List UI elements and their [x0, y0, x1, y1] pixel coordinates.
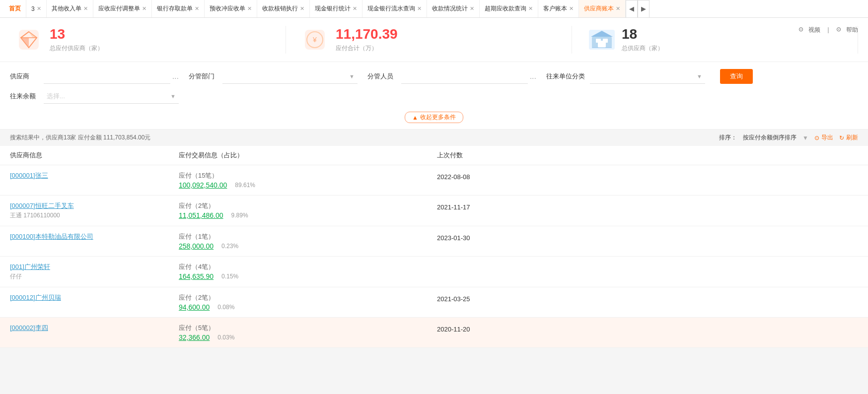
- tab3-close[interactable]: ✕: [142, 5, 146, 12]
- tab12-close[interactable]: ✕: [616, 5, 620, 12]
- trade-percent: 9.89%: [231, 212, 248, 219]
- supplier-sub: 仔仔: [10, 272, 179, 281]
- table-row: [000001]张三 应付（15笔） 100,092,540.00 89.61%…: [0, 165, 868, 196]
- refresh-icon: ↻: [839, 134, 844, 141]
- video-link[interactable]: 视频: [808, 26, 820, 34]
- tab6-close[interactable]: ✕: [300, 5, 304, 12]
- trade-amount[interactable]: 100,092,540.00: [179, 181, 227, 189]
- nav-tab-customer-ledger[interactable]: 客户账本 ✕: [538, 0, 579, 18]
- export-button[interactable]: ⊙ 导出: [814, 133, 833, 142]
- supplier-info-cell: [000002]李四: [10, 324, 179, 332]
- last-pay-date: 2023-01-30: [437, 232, 858, 242]
- balance-select[interactable]: 选择... ▼: [44, 89, 179, 104]
- trade-percent: 0.15%: [221, 273, 238, 280]
- tab2-close[interactable]: ✕: [83, 5, 88, 12]
- last-pay-date: 2021-11-17: [437, 201, 858, 211]
- tab1-close[interactable]: ✕: [37, 5, 41, 12]
- trade-label: 应付（15笔）: [179, 171, 437, 180]
- table-header: 供应商信息 应付交易信息（占比） 上次付数: [0, 146, 868, 165]
- help-link[interactable]: 帮助: [846, 26, 858, 34]
- nav-tab-collection[interactable]: 收款核销执行 ✕: [257, 0, 310, 18]
- nav-tab-1[interactable]: 3 ✕: [26, 0, 47, 18]
- tab9-close[interactable]: ✕: [470, 5, 474, 12]
- trade-amount[interactable]: 164,635.90: [179, 272, 214, 280]
- last-pay-date: [437, 263, 858, 264]
- dept-select[interactable]: ▼: [222, 69, 358, 84]
- filter-person: 分管人员 ...: [367, 69, 536, 84]
- supplier-link[interactable]: [000007]恒旺二手叉车: [10, 202, 74, 209]
- trade-label: 应付（5笔）: [179, 324, 437, 332]
- nav-tab-home[interactable]: 首页: [4, 0, 26, 18]
- last-pay-cell: [437, 263, 858, 264]
- card1-number: 13: [50, 27, 103, 42]
- nav-tab-prepay[interactable]: 预收冲应收单 ✕: [205, 0, 257, 18]
- refresh-label: 刷新: [846, 133, 858, 142]
- trade-amount[interactable]: 11,051,486.00: [179, 211, 223, 219]
- header-supplier: 供应商信息: [10, 151, 179, 160]
- trade-label: 应付（2笔）: [179, 293, 437, 302]
- tab8-close[interactable]: ✕: [417, 5, 422, 12]
- person-input[interactable]: [401, 69, 528, 84]
- supplier-dots[interactable]: ...: [172, 72, 179, 81]
- dept-label: 分管部门: [189, 72, 218, 81]
- trade-info-cell: 应付（2笔） 94,600.00 0.08%: [179, 293, 437, 311]
- supplier-link[interactable]: [001]广州荣轩: [10, 263, 50, 270]
- last-pay-date: 2020-11-20: [437, 324, 858, 333]
- tab7-close[interactable]: ✕: [353, 5, 357, 12]
- dept-arrow-icon: ▼: [349, 73, 355, 79]
- tab10-close[interactable]: ✕: [528, 5, 533, 12]
- collapse-button[interactable]: ▲ 收起更多条件: [405, 112, 463, 123]
- supplier-info-cell: [000012]广州贝瑞: [10, 293, 179, 302]
- sort-arrow-icon: ▼: [802, 134, 808, 141]
- tab1-label: 3: [31, 5, 35, 12]
- filter-row-1: 供应商 ... 分管部门 ▼ 分管人员 ... 往来单位分类 ▼ 查询: [10, 69, 858, 84]
- divider: ｜: [825, 26, 831, 34]
- trade-label: 应付（2笔）: [179, 201, 437, 210]
- nav-tab-adjust[interactable]: 应收应付调整单 ✕: [93, 0, 152, 18]
- sort-select[interactable]: 按应付余额倒序排序: [743, 133, 796, 142]
- supplier-info-cell: [000001]张三: [10, 171, 179, 180]
- summary-card-payable-suppliers: 13 总应付供应商（家）: [10, 26, 286, 54]
- tab5-close[interactable]: ✕: [247, 5, 252, 12]
- filter-row-2: 往来余额 选择... ▼: [10, 89, 858, 104]
- trade-amount[interactable]: 32,366.00: [179, 333, 210, 341]
- table-row: [000002]李四 应付（5笔） 32,366.00 0.03% 2020-1…: [0, 318, 868, 348]
- supplier-link[interactable]: [000002]李四: [10, 324, 48, 331]
- trade-amount[interactable]: 258,000.00: [179, 242, 214, 250]
- supplier-link[interactable]: [000001]张三: [10, 172, 48, 179]
- help-icon: ⊙: [836, 26, 841, 34]
- supplier-sub: 王通 17106110000: [10, 211, 179, 220]
- person-dots[interactable]: ...: [530, 72, 536, 81]
- export-label: 导出: [821, 133, 833, 142]
- nav-prev-arrow[interactable]: ◀: [626, 0, 638, 18]
- home-label: 首页: [9, 4, 21, 13]
- supplier-link[interactable]: [000100]本特勒油品有限公司: [10, 233, 93, 240]
- tab11-label: 客户账本: [543, 4, 567, 13]
- balance-arrow-icon: ▼: [170, 93, 176, 99]
- balance-placeholder: 选择...: [47, 92, 65, 101]
- query-button[interactable]: 查询: [720, 69, 753, 84]
- trade-row: 100,092,540.00 89.61%: [179, 181, 437, 189]
- trade-amount[interactable]: 94,600.00: [179, 303, 210, 311]
- supplier-link[interactable]: [000012]广州贝瑞: [10, 294, 61, 301]
- payable-suppliers-icon: [15, 26, 43, 54]
- nav-tab-receipt-stat[interactable]: 收款情况统计 ✕: [427, 0, 480, 18]
- trade-info-cell: 应付（2笔） 11,051,486.00 9.89%: [179, 201, 437, 219]
- card3-number: 18: [622, 27, 663, 42]
- nav-next-arrow[interactable]: ▶: [638, 0, 650, 18]
- nav-tab-cash-flow[interactable]: 现金银行流水查询 ✕: [362, 0, 427, 18]
- tab12-label: 供应商账本: [584, 4, 614, 13]
- refresh-button[interactable]: ↻ 刷新: [839, 133, 858, 142]
- tab5-label: 预收冲应收单: [210, 4, 245, 13]
- nav-tab-supplier-ledger[interactable]: 供应商账本 ✕: [579, 0, 626, 18]
- trade-row: 11,051,486.00 9.89%: [179, 211, 437, 219]
- nav-tab-overdue[interactable]: 超期应收款查询 ✕: [480, 0, 538, 18]
- tab11-close[interactable]: ✕: [569, 5, 574, 12]
- collapse-icon: ▲: [412, 114, 418, 121]
- tab4-close[interactable]: ✕: [195, 5, 199, 12]
- supplier-input[interactable]: [44, 69, 170, 84]
- nav-tab-cash-stat[interactable]: 现金银行统计 ✕: [310, 0, 362, 18]
- nav-tab-other-income[interactable]: 其他收入单 ✕: [47, 0, 93, 18]
- category-select[interactable]: ▼: [590, 69, 705, 84]
- nav-tab-bank[interactable]: 银行存取款单 ✕: [152, 0, 205, 18]
